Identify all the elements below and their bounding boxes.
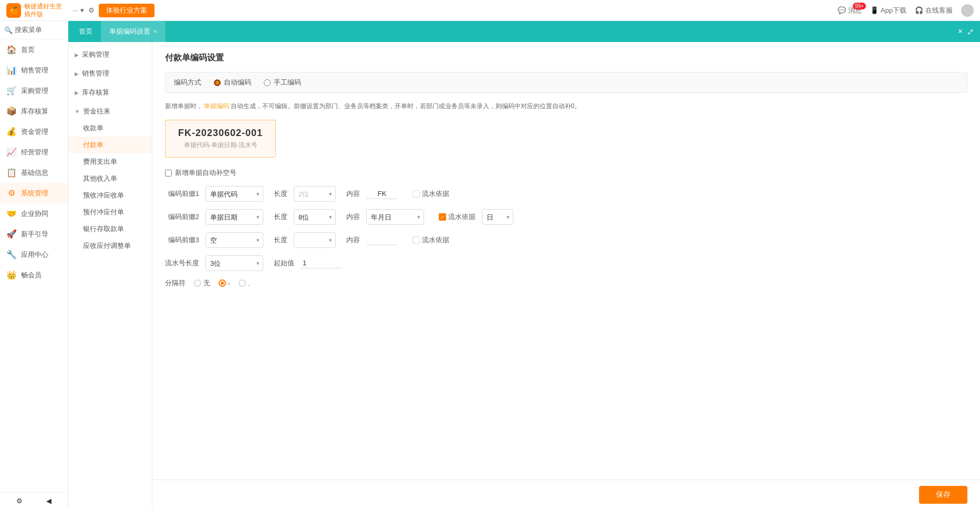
tab-expand-icon[interactable]: ⤢ xyxy=(967,27,974,37)
sidebar-item-member[interactable]: 👑 畅会员 xyxy=(0,265,68,285)
manual-encoding-option[interactable]: 手工编码 xyxy=(264,78,301,87)
sep-dash-radio[interactable] xyxy=(219,279,226,287)
nav-dropdown[interactable]: ··· ▾ xyxy=(73,6,84,14)
footer-collapse-icon[interactable]: ◀ xyxy=(46,497,51,505)
sidebar-item-enterprise[interactable]: 🤝 企业协同 xyxy=(0,203,68,224)
nav-item-adjust[interactable]: 应收应付调整单 xyxy=(68,237,152,254)
chevron-down-icon: ▾ xyxy=(80,6,84,14)
prefix1-length-select[interactable]: 2位 4位 6位 xyxy=(294,186,336,202)
message-icon: 💬 xyxy=(838,6,846,14)
prefix3-length-wrapper[interactable] xyxy=(294,232,336,248)
nav-group-purchase: ▶ 采购管理 xyxy=(68,46,152,63)
online-service-item[interactable]: 🎧 在线客服 xyxy=(915,6,953,15)
nav-item-payment[interactable]: 付款单 xyxy=(68,137,152,153)
prefix3-length-label: 长度 xyxy=(274,235,287,245)
nav-item-expense[interactable]: 费用支出单 xyxy=(68,153,152,170)
desc-text: 新增单据时，'单据编码'自动生成，不可编辑。前缀设置为部门、业务员等档案类，开单… xyxy=(165,101,967,111)
footer-settings-icon[interactable]: ⚙ xyxy=(16,497,23,505)
prefix2-length-wrapper[interactable]: 8位 4位 6位 xyxy=(294,209,336,225)
prefix1-select[interactable]: 单据代码 单据日期 空 xyxy=(205,186,263,202)
prefix3-length-select[interactable] xyxy=(294,232,336,248)
sep-other-radio[interactable] xyxy=(239,279,246,287)
nav-item-other-income[interactable]: 其他收入单 xyxy=(68,170,152,187)
form-container: 付款单编码设置 编码方式 自动编码 手工编码 xyxy=(152,42,980,509)
message-item[interactable]: 💬 消息 99+ xyxy=(838,6,862,15)
prefix2-content-select[interactable]: 年月日 年月 年 xyxy=(366,209,424,225)
message-badge: 99+ xyxy=(853,3,866,9)
settings-icon[interactable]: ⚙ xyxy=(88,6,95,14)
auto-encoding-radio[interactable] xyxy=(214,79,221,86)
serial-length-label: 流水号长度 xyxy=(165,258,199,268)
sidebar-item-guide[interactable]: 🚀 新手引导 xyxy=(0,224,68,244)
prefix2-select[interactable]: 单据日期 单据代码 空 xyxy=(205,209,263,225)
nav-item-bank[interactable]: 银行存取款单 xyxy=(68,221,152,237)
sidebar-item-finance[interactable]: 💰 资金管理 xyxy=(0,121,68,142)
sidebar-item-sales[interactable]: 📊 销售管理 xyxy=(0,60,68,80)
prefix3-serial-checkbox-wrap: 流水依据 xyxy=(412,235,449,245)
sidebar-item-apps[interactable]: 🔧 应用中心 xyxy=(0,244,68,265)
download-icon: 📱 xyxy=(870,6,879,14)
prefix2-row: 编码前缀2 单据日期 单据代码 空 长度 8位 xyxy=(165,209,967,225)
encoding-method: 编码方式 自动编码 手工编码 xyxy=(165,72,967,93)
app-download-item[interactable]: 📱 App下载 xyxy=(870,6,906,15)
nav-group-sales-title[interactable]: ▶ 销售管理 xyxy=(68,65,152,82)
sidebar-item-inventory[interactable]: 📦 库存核算 xyxy=(0,101,68,121)
nav-group-inventory-title[interactable]: ▶ 库存核算 xyxy=(68,84,152,101)
prefix2-period-wrapper[interactable]: 日 月 年 xyxy=(482,209,513,225)
sep-none-option[interactable]: 无 xyxy=(194,278,210,288)
tab-encoding-settings[interactable]: 单据编码设置 × xyxy=(101,21,166,42)
auto-encoding-option[interactable]: 自动编码 xyxy=(214,78,251,87)
tab-close-icon[interactable]: × xyxy=(153,28,157,35)
prefix2-length-select[interactable]: 8位 4位 6位 xyxy=(294,209,336,225)
sidebar-item-home[interactable]: 🏠 首页 xyxy=(0,39,68,60)
sidebar-item-operations[interactable]: 📈 经营管理 xyxy=(0,142,68,162)
autofill-checkbox[interactable] xyxy=(165,170,172,176)
nav-group-sales: ▶ 销售管理 xyxy=(68,65,152,82)
prefix2-content-wrapper[interactable]: 年月日 年月 年 xyxy=(366,209,424,225)
prefix1-content-input[interactable] xyxy=(366,189,398,199)
tab-bar: 首页 单据编码设置 × × ⤢ xyxy=(68,21,980,42)
sep-other-option[interactable]: . xyxy=(239,279,250,287)
nav-text: ··· xyxy=(73,6,78,14)
prefix2-serial-checkbox[interactable]: ✓ xyxy=(439,213,446,221)
serial-start-input[interactable] xyxy=(301,258,343,268)
serial-start-label: 起始值 xyxy=(274,258,294,268)
prefix2-label: 编码前缀2 xyxy=(165,212,199,222)
prefix1-length-wrapper[interactable]: 2位 4位 6位 xyxy=(294,186,336,202)
user-avatar[interactable] xyxy=(961,4,974,17)
prefix2-period-select[interactable]: 日 月 年 xyxy=(482,209,513,225)
trial-btn[interactable]: 体验行业方案 xyxy=(99,4,154,17)
prefix1-row: 编码前缀1 单据代码 单据日期 空 长度 2位 xyxy=(165,186,967,202)
sidebar-item-basics[interactable]: 📋 基础信息 xyxy=(0,162,68,183)
prefix2-select-wrapper[interactable]: 单据日期 单据代码 空 xyxy=(205,209,263,225)
prefix3-serial-checkbox[interactable] xyxy=(412,236,420,244)
home-tab-label: 首页 xyxy=(79,27,92,36)
prefix1-serial-checkbox[interactable] xyxy=(412,190,420,198)
prefix1-content-label: 内容 xyxy=(346,189,360,199)
service-icon: 🎧 xyxy=(915,6,923,14)
tab-home[interactable]: 首页 xyxy=(70,21,101,42)
nav-item-prepay-offset[interactable]: 预收冲应收单 xyxy=(68,187,152,204)
sep-dash-option[interactable]: - xyxy=(219,279,230,287)
prefix1-label: 编码前缀1 xyxy=(165,189,199,199)
prefix3-select-wrapper[interactable]: 空 单据代码 单据日期 xyxy=(205,232,263,248)
basics-icon: 📋 xyxy=(6,168,17,178)
nav-item-advance-offset[interactable]: 预付冲应付单 xyxy=(68,204,152,221)
save-button[interactable]: 保存 xyxy=(919,486,967,504)
sidebar-item-purchase[interactable]: 🛒 采购管理 xyxy=(0,80,68,101)
operations-icon: 📈 xyxy=(6,147,17,157)
nav-group-purchase-title[interactable]: ▶ 采购管理 xyxy=(68,46,152,63)
sidebar-search[interactable]: 🔍 搜索菜单 xyxy=(0,21,68,39)
apps-icon: 🔧 xyxy=(6,250,17,259)
tab-minimize-icon[interactable]: × xyxy=(958,27,963,36)
serial-length-select[interactable]: 3位 4位 5位 6位 xyxy=(205,255,263,271)
nav-group-capital-title[interactable]: ▼ 资金往来 xyxy=(68,103,152,120)
sep-none-radio[interactable] xyxy=(194,279,201,287)
prefix3-content-input[interactable] xyxy=(366,235,398,245)
nav-item-receipt[interactable]: 收款单 xyxy=(68,120,152,137)
serial-length-wrapper[interactable]: 3位 4位 5位 6位 xyxy=(205,255,263,271)
manual-encoding-radio[interactable] xyxy=(264,79,271,86)
sidebar-item-system[interactable]: ⚙ 系统管理 xyxy=(0,183,68,203)
prefix3-select[interactable]: 空 单据代码 单据日期 xyxy=(205,232,263,248)
prefix1-select-wrapper[interactable]: 单据代码 单据日期 空 xyxy=(205,186,263,202)
